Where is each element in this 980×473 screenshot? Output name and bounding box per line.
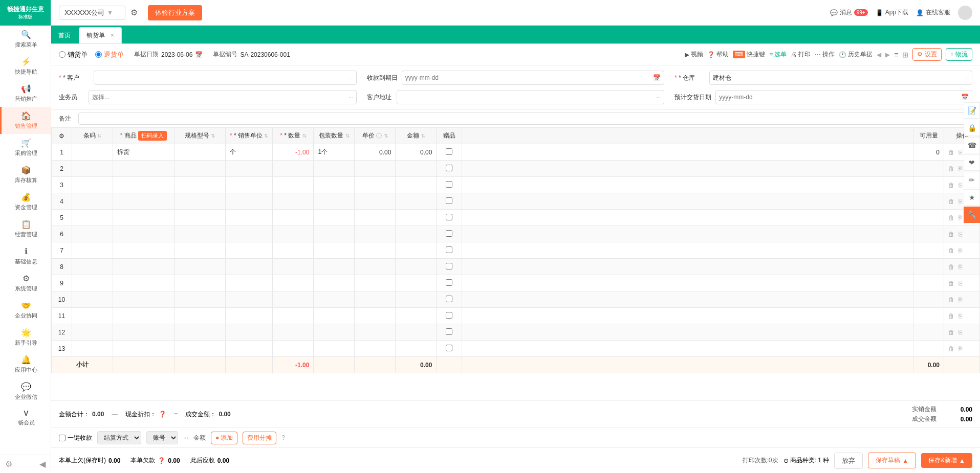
expense-split-btn[interactable]: 费用分摊 [243, 432, 276, 444]
history-btn[interactable]: 🕐 历史单据 [839, 50, 873, 59]
pkgqty-sort-icon[interactable]: ⇅ [345, 133, 350, 139]
qty-sort-icon[interactable]: ⇅ [302, 133, 307, 139]
cell-pkgqty[interactable] [314, 193, 355, 210]
tab-home[interactable]: 首页 [51, 27, 78, 43]
cell-qty[interactable] [273, 324, 314, 341]
cell-gift[interactable] [437, 177, 462, 193]
cell-barcode[interactable] [72, 341, 113, 357]
copy-icon[interactable]: ⎘ [959, 296, 962, 303]
cell-price[interactable] [355, 193, 396, 210]
cell-amount[interactable] [396, 161, 437, 177]
online-service-btn[interactable]: 👤 在线客服 [916, 8, 950, 17]
cell-spec[interactable] [175, 193, 226, 210]
cell-qty[interactable]: -1.00 [273, 144, 314, 161]
delete-icon[interactable]: 🗑 [948, 182, 954, 189]
delete-icon[interactable]: 🗑 [948, 312, 954, 320]
cell-amount[interactable] [396, 177, 437, 193]
cell-price[interactable] [355, 291, 396, 308]
delete-icon[interactable]: 🗑 [948, 214, 954, 221]
delete-icon[interactable]: 🗑 [948, 263, 954, 271]
cell-gift[interactable] [437, 291, 462, 308]
cell-product[interactable] [113, 275, 175, 291]
sidebar-item-guide[interactable]: 🌟 新手引导 [0, 324, 51, 351]
cell-amount[interactable] [396, 291, 437, 308]
copy-icon[interactable]: ⎘ [959, 198, 962, 205]
cell-pkgqty[interactable] [314, 242, 355, 259]
cell-barcode[interactable] [72, 324, 113, 341]
cell-pkgqty[interactable] [314, 291, 355, 308]
cell-gift[interactable] [437, 308, 462, 324]
cell-spec[interactable] [175, 259, 226, 275]
cell-product[interactable] [113, 226, 175, 242]
print-btn[interactable]: 🖨 打印 [791, 50, 811, 59]
radio-return[interactable]: 退货单 [95, 50, 124, 59]
cell-unit[interactable] [226, 193, 273, 210]
save-new-btn[interactable]: 保存&新增 ▲ [921, 453, 972, 468]
warehouse-dots-icon[interactable]: ··· [965, 75, 969, 81]
settings-btn[interactable]: ⚙ 设置 [912, 48, 941, 61]
cell-barcode[interactable] [72, 226, 113, 242]
scan-btn[interactable]: 扫码录入 [138, 131, 167, 141]
sidebar-item-collab[interactable]: 🤝 企业协同 [0, 297, 51, 324]
cell-barcode[interactable] [72, 242, 113, 259]
copy-icon[interactable]: ⎘ [959, 329, 962, 336]
cell-price[interactable] [355, 308, 396, 324]
cell-unit[interactable] [226, 242, 273, 259]
copy-icon[interactable]: ⎘ [959, 280, 962, 287]
price-sort-icon[interactable]: ⇅ [384, 133, 388, 139]
copy-icon[interactable]: ⎘ [959, 214, 962, 221]
cell-price[interactable] [355, 242, 396, 259]
cell-amount[interactable] [396, 259, 437, 275]
copy-icon[interactable]: ⎘ [959, 247, 962, 254]
float-btn-2[interactable]: 🔒 [964, 120, 980, 136]
one-click-pay-checkbox[interactable]: 一键收款 [59, 434, 92, 442]
cell-spec[interactable] [175, 291, 226, 308]
cell-unit[interactable] [226, 275, 273, 291]
cell-qty[interactable] [273, 308, 314, 324]
cell-qty[interactable] [273, 161, 314, 177]
nav-next-icon[interactable]: ▶ [885, 51, 890, 58]
cell-amount[interactable] [396, 210, 437, 226]
cell-unit[interactable]: 个 [226, 144, 273, 161]
spec-sort-icon[interactable]: ⇅ [211, 133, 215, 139]
cell-barcode[interactable] [72, 275, 113, 291]
cell-unit[interactable] [226, 341, 273, 357]
tab-sales-order[interactable]: 销货单 × [79, 27, 122, 43]
sidebar-gear-icon[interactable]: ⚙ [5, 459, 12, 469]
sidebar-item-wechat[interactable]: 💬 企业微信 [0, 378, 51, 405]
cell-spec[interactable] [175, 308, 226, 324]
cell-price[interactable] [355, 324, 396, 341]
delete-icon[interactable]: 🗑 [948, 247, 954, 254]
barcode-sort-icon[interactable]: ⇅ [97, 133, 101, 139]
cell-barcode[interactable] [72, 177, 113, 193]
cell-unit[interactable] [226, 226, 273, 242]
cell-product[interactable]: 拆货 [113, 144, 175, 161]
cell-pkgqty[interactable]: 1个 [314, 144, 355, 161]
cell-gift[interactable] [437, 193, 462, 210]
copy-icon[interactable]: ⎘ [959, 263, 962, 271]
customer-addr-dots-icon[interactable]: ··· [657, 95, 661, 100]
unit-sort-icon[interactable]: ⇅ [264, 133, 268, 139]
cell-gift[interactable] [437, 341, 462, 357]
cell-product[interactable] [113, 341, 175, 357]
cell-barcode[interactable] [72, 193, 113, 210]
abandon-btn[interactable]: 放弃 [834, 453, 863, 469]
cell-qty[interactable] [273, 275, 314, 291]
sidebar-item-system[interactable]: ⚙ 系统管理 [0, 269, 51, 297]
delete-icon[interactable]: 🗑 [948, 231, 954, 238]
salesperson-input[interactable] [92, 94, 349, 101]
cell-product[interactable] [113, 259, 175, 275]
tab-close-icon[interactable]: × [111, 32, 114, 39]
delete-icon[interactable]: 🗑 [948, 198, 954, 205]
copy-icon[interactable]: ⎘ [959, 165, 962, 172]
copy-icon[interactable]: ⎘ [959, 231, 962, 238]
radio-sale[interactable]: 销货单 [59, 50, 88, 59]
cell-price[interactable] [355, 210, 396, 226]
sidebar-item-finance[interactable]: 💰 资金管理 [0, 188, 51, 215]
cell-barcode[interactable] [72, 144, 113, 161]
cell-qty[interactable] [273, 259, 314, 275]
cell-spec[interactable] [175, 226, 226, 242]
cell-unit[interactable] [226, 210, 273, 226]
due-date-calendar-icon[interactable]: 📅 [653, 74, 661, 81]
save-draft-btn[interactable]: 保存草稿 ▲ [868, 453, 916, 468]
